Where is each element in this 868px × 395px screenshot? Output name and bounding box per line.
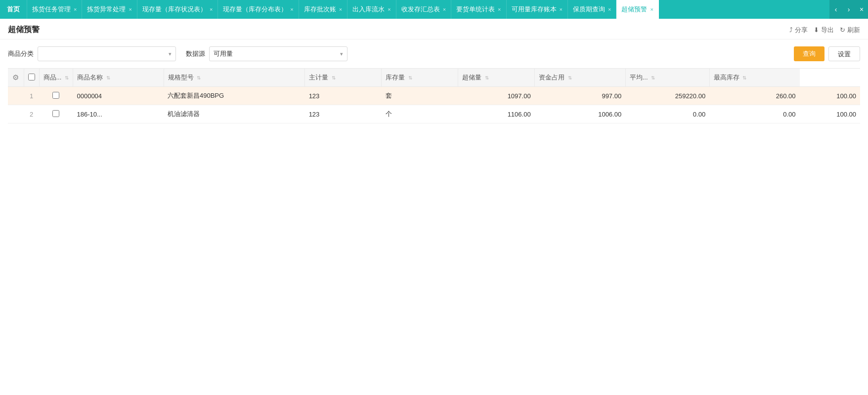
table-container: ⚙ 商品... ⇅ 商品名称 ⇅ 规格型号 ⇅ 主计量	[0, 68, 868, 123]
row-gear-cell	[8, 105, 24, 123]
row-over-qty: 997.00	[535, 87, 626, 105]
nav-tab-5[interactable]: 库存批次账 ×	[299, 0, 347, 19]
nav-next-button[interactable]: ›	[842, 0, 855, 19]
top-nav-bar: 首页 拣货任务管理 × 拣货异常处理 × 现存量（库存状况表） × 现存量（库存…	[0, 0, 868, 19]
row-max-stock: 100.00	[800, 105, 860, 123]
nav-tab-3[interactable]: 现存量（库存状况表） ×	[137, 0, 218, 19]
close-icon[interactable]: ×	[210, 6, 213, 12]
close-icon[interactable]: ×	[498, 6, 501, 12]
close-icon[interactable]: ×	[650, 6, 653, 12]
col-over-qty[interactable]: 超储量 ⇅	[458, 69, 535, 87]
close-icon[interactable]: ×	[129, 6, 131, 12]
query-button[interactable]: 查询	[794, 46, 825, 61]
sort-icon: ⇅	[485, 75, 489, 80]
close-icon[interactable]: ×	[74, 6, 77, 12]
col-spec[interactable]: 规格型号 ⇅	[164, 69, 305, 87]
sort-icon: ⇅	[65, 75, 69, 80]
nav-tab-active[interactable]: 超储预警 ×	[616, 0, 658, 19]
nav-tab-10[interactable]: 保质期查询 ×	[568, 0, 616, 19]
col-settings: ⚙	[8, 69, 24, 87]
page-header: 超储预警 ⤴ 分享 ⬇ 导出 ↻ 刷新	[0, 19, 868, 40]
refresh-icon: ↻	[840, 26, 845, 34]
row-stock-qty: 1097.00	[458, 87, 535, 105]
col-avg[interactable]: 平均... ⇅	[625, 69, 709, 87]
nav-home[interactable]: 首页	[0, 0, 27, 19]
sort-icon: ⇅	[197, 75, 201, 80]
data-table: ⚙ 商品... ⇅ 商品名称 ⇅ 规格型号 ⇅ 主计量	[8, 68, 860, 123]
export-button[interactable]: ⬇ 导出	[814, 26, 834, 35]
close-icon[interactable]: ×	[443, 6, 446, 12]
sort-icon: ⇅	[568, 75, 572, 80]
refresh-button[interactable]: ↻ 刷新	[840, 26, 860, 35]
row-checkbox-cell[interactable]	[39, 87, 73, 105]
close-icon[interactable]: ×	[388, 6, 391, 12]
row-checkbox-cell[interactable]	[39, 105, 73, 123]
row-product-name: 六配套新昌490BPG	[164, 87, 305, 105]
nav-tab-7[interactable]: 收发存汇总表 ×	[396, 0, 451, 19]
product-category-filter: 商品分类 ▾	[8, 46, 176, 61]
chevron-down-icon: ▾	[340, 51, 343, 57]
row-spec: 123	[305, 87, 382, 105]
col-unit[interactable]: 主计量 ⇅	[305, 69, 382, 87]
row-number: 2	[24, 105, 39, 123]
sort-icon: ⇅	[106, 75, 110, 80]
nav-tab-8[interactable]: 要货单统计表 ×	[451, 0, 506, 19]
sort-icon: ⇅	[742, 75, 746, 80]
row-unit: 个	[382, 105, 458, 123]
row-checkbox[interactable]	[52, 110, 59, 117]
nav-prev-button[interactable]: ‹	[829, 0, 842, 19]
row-max-stock: 100.00	[800, 87, 860, 105]
gear-icon[interactable]: ⚙	[12, 73, 19, 81]
col-max-stock[interactable]: 最高库存 ⇅	[709, 69, 799, 87]
data-source-select[interactable]: 可用量 ▾	[209, 46, 347, 61]
nav-tab-6[interactable]: 出入库流水 ×	[347, 0, 396, 19]
row-product-code: 0000004	[73, 87, 164, 105]
row-number: 1	[24, 87, 39, 105]
data-source-label: 数据源	[186, 49, 205, 58]
chevron-down-icon: ▾	[169, 51, 172, 57]
row-stock-qty: 1106.00	[458, 105, 535, 123]
settings-button[interactable]: 设置	[828, 46, 860, 61]
row-over-qty: 1006.00	[535, 105, 626, 123]
nav-tab-4[interactable]: 现存量（库存分布表） ×	[218, 0, 299, 19]
export-icon: ⬇	[814, 26, 819, 34]
row-avg: 260.00	[709, 87, 799, 105]
sort-icon: ⇅	[332, 75, 336, 80]
row-gear-cell	[8, 87, 24, 105]
table-header-row: ⚙ 商品... ⇅ 商品名称 ⇅ 规格型号 ⇅ 主计量	[8, 69, 860, 87]
row-checkbox[interactable]	[52, 92, 59, 99]
col-product-code[interactable]: 商品... ⇅	[39, 69, 73, 87]
row-capital-occ: 0.00	[625, 105, 709, 123]
col-capital-occ[interactable]: 资金占用 ⇅	[535, 69, 626, 87]
select-all-checkbox[interactable]	[28, 74, 35, 80]
close-icon[interactable]: ×	[339, 6, 342, 12]
row-product-code: 186-10...	[73, 105, 164, 123]
table-row: 2 186-10... 机油滤清器 123 个 1106.00 1006.00 …	[8, 105, 860, 123]
row-product-name: 机油滤清器	[164, 105, 305, 123]
col-product-name[interactable]: 商品名称 ⇅	[73, 69, 164, 87]
table-row: 1 0000004 六配套新昌490BPG 123 套 1097.00 997.…	[8, 87, 860, 105]
page-title: 超储预警	[8, 25, 40, 35]
close-icon[interactable]: ×	[560, 6, 563, 12]
nav-arrows: ‹ › ×	[829, 0, 868, 19]
close-icon[interactable]: ×	[290, 6, 293, 12]
data-source-filter: 数据源 可用量 ▾	[186, 46, 347, 61]
share-icon: ⤴	[789, 26, 793, 34]
sort-icon: ⇅	[408, 75, 412, 80]
sort-icon: ⇅	[651, 75, 655, 80]
filter-buttons: 查询 设置	[794, 46, 860, 61]
nav-tab-9[interactable]: 可用量库存账本 ×	[507, 0, 568, 19]
row-unit: 套	[382, 87, 458, 105]
product-category-select[interactable]: ▾	[38, 46, 176, 61]
nav-close-button[interactable]: ×	[855, 0, 868, 19]
share-button[interactable]: ⤴ 分享	[789, 26, 808, 35]
row-capital-occ: 259220.00	[625, 87, 709, 105]
row-spec: 123	[305, 105, 382, 123]
product-category-label: 商品分类	[8, 49, 34, 58]
filter-bar: 商品分类 ▾ 数据源 可用量 ▾ 查询 设置	[0, 40, 868, 68]
col-stock-qty[interactable]: 库存量 ⇅	[382, 69, 458, 87]
close-icon[interactable]: ×	[608, 6, 611, 12]
nav-tab-1[interactable]: 拣货任务管理 ×	[27, 0, 82, 19]
nav-tab-2[interactable]: 拣货异常处理 ×	[82, 0, 137, 19]
col-select-all[interactable]	[24, 69, 39, 87]
